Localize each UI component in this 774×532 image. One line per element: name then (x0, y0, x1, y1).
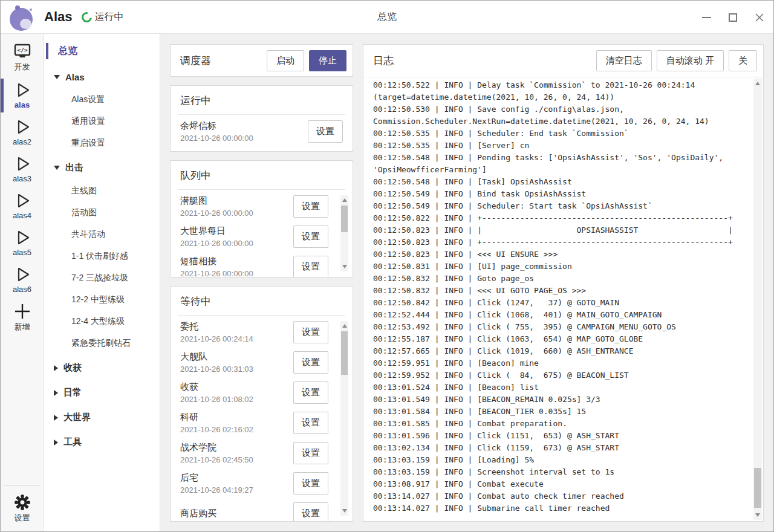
nav-item[interactable]: 活动图 (44, 205, 160, 221)
task-row: 大世界每日 2021-10-26 00:00:00 设置 (180, 221, 328, 251)
play-icon (13, 118, 31, 136)
task-next-run-time: 2021-10-26 02:45:50 (180, 454, 293, 465)
scheduler-stop-button[interactable]: 停止 (309, 50, 346, 71)
log-line: 00:12:59.951 | INFO | [Beacon] mine (373, 357, 751, 369)
sidebar-item-alas3[interactable]: alas3 (1, 151, 44, 187)
sidebar-item-alas6[interactable]: alas6 (1, 262, 44, 298)
nav-group-tools[interactable]: 工具 (44, 434, 160, 450)
nav-item[interactable]: 1-1 伏击刷好感 (44, 248, 160, 264)
task-name: 科研 (180, 410, 293, 424)
scroll-up-icon[interactable] (755, 82, 760, 85)
nav-item[interactable]: 重启设置 (44, 135, 160, 151)
task-name: 委托 (180, 320, 293, 333)
scrollbar[interactable] (753, 79, 762, 520)
scrollbar[interactable] (340, 195, 348, 271)
task-setting-button[interactable]: 设置 (293, 472, 328, 495)
task-next-run-time: 2021-10-26 00:24:14 (180, 333, 293, 345)
scroll-down-icon[interactable] (755, 513, 760, 517)
sidebar-item-label: alas4 (13, 211, 31, 220)
nav-item[interactable]: 紧急委托刷钻石 (44, 336, 160, 351)
nav-group-daily[interactable]: 日常 (44, 384, 160, 401)
task-setting-button[interactable]: 设置 (293, 256, 328, 277)
nav-group-reward[interactable]: 收获 (44, 360, 160, 376)
log-line: 00:12:50.535 | INFO | [Server] cn (373, 140, 751, 152)
scroll-up-icon[interactable] (342, 198, 347, 202)
sidebar-item-label: alas3 (13, 174, 31, 183)
sidebar-item-label: alas2 (13, 137, 31, 146)
nav-item[interactable]: Alas设置 (44, 92, 160, 108)
nav-group-alas[interactable]: Alas (44, 70, 160, 85)
nav-group-sortie[interactable]: 出击 (44, 160, 160, 176)
waiting-panel: 等待中 委托 2021-10-26 00:24:14 设置 大舰队 (170, 286, 353, 522)
nav-item[interactable]: 共斗活动 (44, 227, 160, 242)
task-setting-button[interactable]: 设置 (293, 225, 328, 248)
log-line: 00:13:14.027 | INFO | Submarine call tim… (373, 502, 751, 514)
task-row: 收获 2021-10-26 01:08:02 设置 (180, 377, 328, 407)
scrollbar-thumb[interactable] (341, 331, 348, 375)
scrollbar[interactable] (340, 321, 348, 516)
task-setting-button[interactable]: 设置 (293, 502, 328, 522)
task-setting-button[interactable]: 设置 (293, 351, 328, 374)
log-line: 'OpsiMeowfficerFarming'] (373, 164, 751, 176)
task-row: 余烬信标 2021-10-26 00:00:00 设置 (180, 116, 343, 146)
maximize-button[interactable] (727, 12, 738, 23)
task-name: 后宅 (180, 471, 293, 484)
autoscroll-off-button[interactable]: 关 (729, 50, 757, 71)
log-output[interactable]: 00:12:50.522 | INFO | Delay task `Commis… (363, 77, 763, 521)
task-next-run-time: 2021-10-26 04:19:27 (180, 484, 293, 496)
nav-item[interactable]: 主线图 (44, 183, 160, 199)
sidebar-item-settings[interactable]: 设置 (13, 492, 31, 524)
sidebar-item-alas2[interactable]: alas2 (1, 114, 44, 151)
task-row: 战术学院 2021-10-26 02:45:50 设置 (180, 438, 328, 468)
log-line: 00:12:55.187 | INFO | Click (1063, 654) … (373, 333, 751, 345)
nav-group-label: 工具 (63, 436, 82, 448)
sidebar-item-alas[interactable]: alas (1, 77, 44, 114)
sidebar-item-alas5[interactable]: alas5 (1, 225, 44, 261)
log-line: 00:12:50.831 | INFO | [UI] page_commissi… (373, 261, 751, 273)
task-setting-button[interactable]: 设置 (293, 195, 328, 218)
clear-log-button[interactable]: 清空日志 (596, 50, 652, 71)
sidebar-item-add[interactable]: 新增 (1, 299, 44, 337)
scheduler-status-text: 运行中 (94, 11, 123, 24)
autoscroll-on-button[interactable]: 自动滚动 开 (657, 50, 724, 71)
sidebar-item-dev[interactable]: </> 开发 (1, 39, 44, 77)
nav-item[interactable]: 7-2 三战捡垃圾 (44, 270, 160, 286)
task-name: 大舰队 (180, 350, 293, 363)
nav-group-label: Alas (65, 72, 85, 82)
sidebar-item-alas4[interactable]: alas4 (1, 188, 44, 224)
nav-group-opsi[interactable]: 大世界 (44, 409, 160, 426)
log-line: 00:13:01.596 | INFO | Click (1151, 653) … (373, 430, 751, 442)
nav-item[interactable]: 12-2 中型练级 (44, 292, 160, 308)
scrollbar-thumb[interactable] (754, 468, 761, 508)
sidebar-item-label: alas (15, 100, 30, 109)
task-setting-button[interactable]: 设置 (293, 381, 328, 404)
task-setting-button[interactable]: 设置 (293, 412, 328, 434)
nav-item-overview[interactable]: 总览 (44, 42, 160, 60)
task-setting-button[interactable]: 设置 (308, 120, 343, 143)
scrollbar-thumb[interactable] (341, 206, 348, 232)
task-row: 潜艇图 2021-10-26 00:00:00 设置 (180, 191, 328, 221)
nav-item[interactable]: 12-4 大型练级 (44, 314, 160, 329)
log-line: Commission.Scheduler.NextRun=datetime.da… (373, 115, 751, 128)
chevron-right-icon (54, 415, 58, 421)
scroll-down-icon[interactable] (342, 509, 347, 513)
close-button[interactable] (754, 12, 765, 23)
log-line: 00:12:50.832 | INFO | <<< UI GOTO PAGE_O… (373, 285, 751, 297)
play-icon (13, 229, 31, 247)
task-setting-button[interactable]: 设置 (293, 442, 328, 464)
scheduler-start-button[interactable]: 启动 (267, 50, 304, 71)
scheduler-panel: 调度器 启动 停止 (170, 44, 353, 77)
minimize-icon (702, 17, 711, 18)
scroll-down-icon[interactable] (342, 265, 347, 268)
app-window: Alas 运行中 总览 </> 开发 (0, 0, 774, 532)
minimize-button[interactable] (701, 12, 712, 23)
active-indicator (1, 79, 4, 112)
scroll-up-icon[interactable] (342, 324, 347, 328)
log-line: 00:12:50.522 | INFO | Delay task `Commis… (373, 79, 751, 91)
titlebar: Alas 运行中 总览 (1, 1, 773, 34)
task-setting-button[interactable]: 设置 (293, 321, 328, 343)
task-name: 商店购买 (180, 507, 293, 520)
log-line: 00:12:50.823 | INFO | +-----------------… (373, 236, 751, 248)
nav-item[interactable]: 通用设置 (44, 114, 160, 129)
log-line: 00:13:01.584 | INFO | [BEACON_TIER 0.035… (373, 406, 751, 418)
